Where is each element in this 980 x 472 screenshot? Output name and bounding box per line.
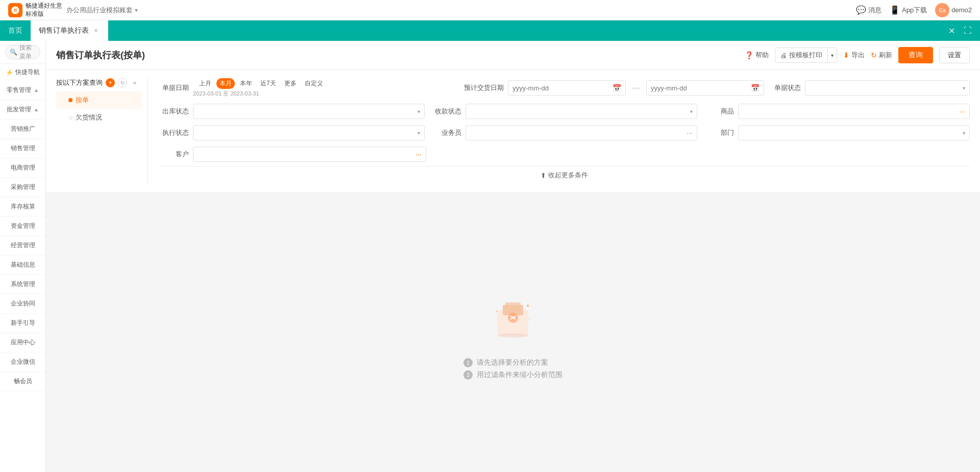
filter-field-salesperson: 业务员 ···	[431, 125, 697, 140]
refresh-action[interactable]: ↻ 刷新	[871, 51, 892, 60]
collapse-bar[interactable]: ⬆ 收起更多条件	[158, 166, 970, 184]
step1-text: 请先选择要分析的方案	[477, 358, 548, 367]
sidebar-item-purchase[interactable]: 采购管理	[0, 178, 45, 197]
sidebar-item-ecommerce[interactable]: 电商管理	[0, 158, 45, 178]
tab-close-icon[interactable]: ×	[92, 27, 100, 35]
message-action[interactable]: 💬 消息	[856, 5, 881, 15]
window-maximize-icon[interactable]: ⛶	[962, 25, 974, 37]
collapse-label: 收起更多条件	[548, 171, 588, 180]
search-menu-button[interactable]: 🔍 搜索菜单	[5, 45, 40, 59]
date-btn-last7days[interactable]: 近7天	[257, 78, 279, 89]
nav-tabs-right: ✕ ⛶	[945, 25, 980, 37]
print-dropdown-button[interactable]: ▾	[827, 48, 837, 62]
window-close-icon[interactable]: ✕	[945, 25, 958, 37]
outbound-select[interactable]: ▾	[193, 104, 425, 119]
app-download-icon: 📱	[890, 5, 900, 15]
filter-field-date: 单据日期 上月 本月 本年 近7天 更多	[158, 78, 458, 98]
tab-sales-order[interactable]: 销售订单执行表 ×	[31, 20, 108, 41]
dept-select[interactable]: ▾	[738, 125, 970, 140]
ecommerce-label: 电商管理	[11, 163, 35, 172]
add-scheme-button[interactable]: +	[106, 78, 115, 87]
operation-label: 经营管理	[11, 241, 35, 250]
tab-home[interactable]: 首页	[0, 20, 31, 41]
print-button[interactable]: 🖨 按模板打印	[775, 48, 827, 62]
step-num-1: 1	[463, 358, 473, 367]
page-title: 销售订单执行表(按单)	[56, 49, 145, 67]
salesperson-dots-icon[interactable]: ···	[687, 129, 693, 137]
date-btn-thismonth[interactable]: 本月	[216, 78, 235, 89]
refresh-label: 刷新	[879, 51, 892, 60]
sidebar-item-wechat[interactable]: 企业微信	[0, 352, 45, 372]
filter-field-exec: 执行状态 ▾	[158, 125, 425, 140]
scheme-item-by-order[interactable]: 按单	[56, 91, 141, 109]
empty-step-2: 2 用过滤条件来缩小分析范围	[463, 370, 562, 380]
payment-label: 收款状态	[431, 107, 461, 116]
quicknav-icon: ⚡	[6, 69, 13, 76]
goods-input[interactable]: ···	[738, 104, 970, 119]
sidebar-item-wholesale[interactable]: 批发管理 ▲	[0, 100, 45, 120]
user-name: demo2	[951, 6, 972, 14]
status-select[interactable]: ▾	[805, 80, 970, 96]
newbie-label: 新手引导	[11, 319, 35, 327]
avatar: Ea	[935, 3, 949, 17]
filter-field-expected-date: 预计交货日期 📅 — 📅	[464, 80, 764, 96]
exec-select[interactable]: ▾	[193, 125, 425, 140]
user-area[interactable]: Ea demo2	[935, 3, 972, 17]
filter-field-status: 单据状态 ▾	[770, 80, 970, 96]
empty-step-1: 1 请先选择要分析的方案	[463, 358, 562, 367]
sidebar-item-system[interactable]: 系统管理	[0, 275, 45, 294]
calendar-to-icon[interactable]: 📅	[751, 84, 760, 92]
sidebar-item-sales[interactable]: 销售管理	[0, 139, 45, 158]
sidebar-item-retail[interactable]: 零售管理 ▲	[0, 81, 45, 100]
refresh-scheme-button[interactable]: ↻	[118, 78, 127, 87]
svg-text:✦: ✦	[526, 303, 530, 309]
filter-row-3: 执行状态 ▾ 业务员 ···	[158, 125, 970, 140]
help-label: 帮助	[755, 51, 769, 60]
sidebar-item-finance[interactable]: 资金管理	[0, 217, 45, 236]
help-action[interactable]: ❓ 帮助	[745, 51, 769, 60]
filter-field-outbound: 出库状态 ▾	[158, 104, 425, 119]
breadcrumb-dropdown-icon[interactable]: ▾	[135, 7, 138, 14]
filter-field-payment: 收款状态 ▾	[431, 104, 697, 119]
sidebar-item-marketing[interactable]: 营销推广	[0, 120, 45, 139]
top-bar-right: 💬 消息 📱 App下载 Ea demo2	[856, 3, 972, 17]
payment-select[interactable]: ▾	[465, 104, 697, 119]
sidebar-item-newbie[interactable]: 新手引导	[0, 314, 45, 333]
date-btn-lastmonth[interactable]: 上月	[196, 78, 214, 89]
breadcrumb-path: 办公用品行业模拟账套	[66, 6, 133, 15]
expected-date-from-input[interactable]	[512, 84, 610, 92]
goods-dots-icon[interactable]: ···	[959, 107, 965, 115]
scheme-item-stock[interactable]: ○ 欠货情况	[56, 109, 141, 126]
customer-dots-icon[interactable]: ···	[415, 150, 422, 158]
filter-right-panel: 单据日期 上月 本月 本年 近7天 更多	[148, 78, 970, 184]
svg-text:✦: ✦	[528, 318, 531, 321]
sidebar-item-basic[interactable]: 基础信息	[0, 255, 45, 275]
export-action[interactable]: ⬇ 导出	[843, 51, 865, 60]
outbound-chevron-icon: ▾	[418, 109, 420, 114]
salesperson-input[interactable]: ···	[465, 125, 697, 140]
calendar-from-icon[interactable]: 📅	[612, 84, 621, 92]
sidebar: 🔍 搜索菜单 ⚡ 快捷导航 零售管理 ▲ 批发管理 ▲ 营销推广 销售管理 电商…	[0, 41, 46, 472]
sidebar-item-inventory[interactable]: 库存核算	[0, 197, 45, 217]
query-button[interactable]: 查询	[898, 47, 933, 63]
settings-button[interactable]: 设置	[939, 47, 970, 63]
date-btn-thisyear[interactable]: 本年	[237, 78, 255, 89]
retail-label: 零售管理	[7, 86, 31, 95]
app-download-action[interactable]: 📱 App下载	[890, 5, 927, 15]
sidebar-item-operation[interactable]: 经营管理	[0, 236, 45, 255]
sidebar-item-member[interactable]: 畅会员	[0, 372, 45, 391]
tab-sales-order-label: 销售订单执行表	[39, 26, 89, 35]
dept-label: 部门	[703, 128, 734, 137]
sidebar-item-quicknav[interactable]: ⚡ 快捷导航	[0, 64, 45, 81]
date-btn-more[interactable]: 更多	[281, 78, 300, 89]
customer-input[interactable]: ···	[193, 147, 426, 162]
sidebar-item-apps[interactable]: 应用中心	[0, 333, 45, 352]
svg-text:✦: ✦	[495, 309, 499, 314]
date-btn-custom[interactable]: 自定义	[302, 78, 326, 89]
print-icon: 🖨	[780, 52, 787, 59]
expected-date-to-input[interactable]	[651, 84, 749, 92]
collapse-scheme-button[interactable]: «	[130, 78, 139, 87]
sidebar-item-enterprise[interactable]: 企业协同	[0, 294, 45, 314]
logo-text: 畅捷通好生意 标准版	[26, 2, 62, 18]
scheme-item-order-label: 按单	[76, 96, 89, 105]
